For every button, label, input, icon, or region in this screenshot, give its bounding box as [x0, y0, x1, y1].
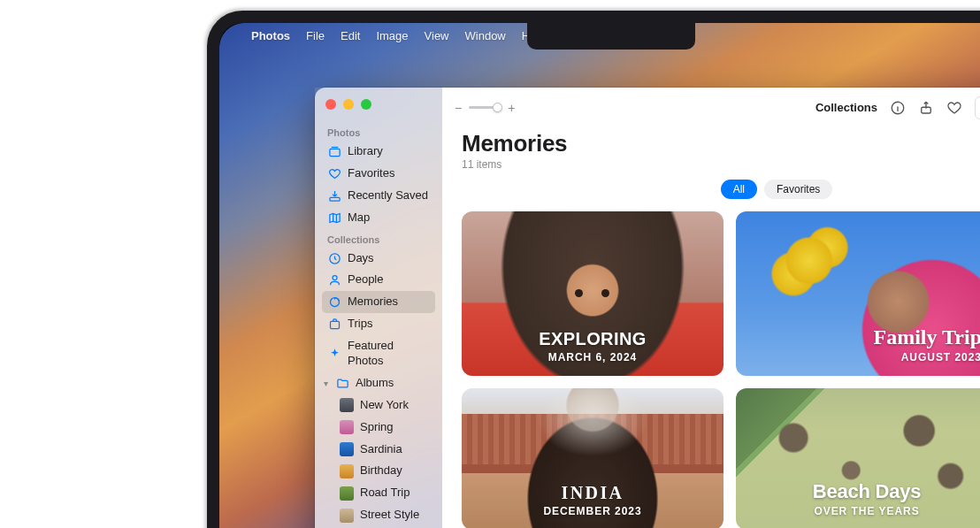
zoom-track[interactable] — [469, 106, 501, 109]
menubar-app-name[interactable]: Photos — [251, 29, 290, 42]
sidebar-item-library[interactable]: Library — [322, 141, 435, 163]
zoom-slider[interactable]: − + — [455, 101, 515, 115]
toolbar: − + Collections — [442, 88, 980, 128]
sidebar-label: Favorites — [348, 166, 394, 181]
sidebar-album-street-style[interactable]: Street Style — [322, 504, 435, 526]
memories-icon — [327, 295, 341, 310]
sidebar-item-albums[interactable]: ▾ Albums — [322, 372, 435, 394]
menubar-item-window[interactable]: Window — [465, 29, 506, 42]
sidebar-item-trips[interactable]: Trips — [322, 313, 435, 335]
sidebar-label: Library — [348, 144, 383, 159]
album-thumb-icon — [340, 486, 354, 501]
close-button[interactable] — [325, 99, 336, 110]
sidebar-label: Map — [348, 210, 370, 226]
app-window: Photos Library Favorites Recently Saved … — [315, 88, 980, 528]
toolbar-tab-collections[interactable]: Collections — [815, 101, 877, 114]
zoom-out-icon[interactable]: − — [455, 101, 462, 115]
sidebar-item-map[interactable]: Map — [322, 207, 435, 229]
minimize-button[interactable] — [343, 99, 354, 110]
sidebar: Photos Library Favorites Recently Saved … — [315, 88, 442, 528]
main-content: Memories 11 items All Favorites EXPLORIN… — [442, 128, 980, 528]
sparkle-icon — [327, 347, 341, 361]
memory-subtitle: OVER THE YEARS — [814, 505, 919, 517]
desktop-wallpaper: Photos File Edit Image View Window Help … — [219, 23, 980, 528]
sidebar-section-collections: Collections — [322, 229, 435, 248]
memory-card-beach-days[interactable]: Beach Days OVER THE YEARS — [736, 388, 980, 528]
memory-card-exploring[interactable]: EXPLORING MARCH 6, 2024 — [462, 211, 724, 376]
clock-icon — [327, 251, 341, 265]
info-icon[interactable] — [890, 100, 906, 116]
svg-rect-5 — [330, 322, 339, 329]
svg-rect-0 — [329, 149, 339, 156]
sidebar-label: Days — [348, 251, 374, 266]
album-thumb-icon — [340, 420, 354, 434]
sidebar-label: Street Style — [360, 508, 419, 523]
sidebar-label: Road Trip — [360, 486, 410, 501]
sidebar-section-photos: Photos — [322, 122, 435, 141]
map-icon — [327, 210, 341, 225]
memory-title: Family Trip — [874, 325, 980, 349]
sidebar-label: Spring — [360, 420, 394, 435]
sidebar-album-spring[interactable]: Spring — [322, 417, 435, 439]
person-icon — [327, 273, 341, 287]
heart-icon — [327, 166, 341, 180]
download-tray-icon — [327, 188, 341, 203]
sidebar-item-recently-saved[interactable]: Recently Saved — [322, 185, 435, 207]
filter-all[interactable]: All — [721, 180, 757, 199]
zoom-thumb[interactable] — [493, 103, 502, 112]
filter-favorites[interactable]: Favorites — [764, 180, 832, 199]
memory-title: INDIA — [562, 483, 624, 503]
sidebar-label: Recently Saved — [348, 188, 428, 203]
sidebar-item-memories[interactable]: Memories — [322, 291, 435, 313]
sidebar-album-sardinia[interactable]: Sardinia — [322, 439, 435, 461]
sidebar-item-featured-photos[interactable]: Featured Photos — [322, 335, 435, 372]
memory-card-india[interactable]: INDIA DECEMBER 2023 — [462, 388, 724, 528]
sidebar-album-new-york[interactable]: New York — [322, 394, 435, 417]
album-thumb-icon — [340, 442, 354, 456]
sidebar-album-birthday[interactable]: Birthday — [322, 460, 435, 482]
menubar-item-edit[interactable]: Edit — [341, 29, 360, 42]
search-field[interactable] — [975, 96, 980, 119]
memory-subtitle: MARCH 6, 2024 — [548, 351, 638, 363]
memory-card-family-trip[interactable]: Family Trip AUGUST 2023 — [736, 211, 980, 376]
suitcase-icon — [327, 318, 341, 332]
sidebar-label: Featured Photos — [348, 339, 430, 369]
memory-title: EXPLORING — [539, 329, 646, 349]
sidebar-item-days[interactable]: Days — [322, 248, 435, 270]
zoom-in-icon[interactable]: + — [508, 101, 515, 115]
folder-icon — [335, 376, 349, 390]
sidebar-label: Trips — [348, 317, 372, 332]
content-area: − + Collections Memories — [442, 88, 980, 528]
filter-bar: All Favorites — [462, 180, 980, 199]
sidebar-label: New York — [360, 398, 409, 413]
sidebar-item-people[interactable]: People — [322, 269, 435, 291]
fullscreen-button[interactable] — [361, 99, 371, 110]
album-thumb-icon — [340, 398, 354, 412]
device-frame: Photos File Edit Image View Window Help … — [207, 11, 980, 528]
sidebar-label: Birthday — [360, 463, 402, 478]
svg-point-3 — [333, 276, 337, 280]
chevron-down-icon[interactable]: ▾ — [324, 378, 333, 389]
share-icon[interactable] — [918, 100, 934, 116]
window-controls — [322, 96, 435, 122]
menubar-item-image[interactable]: Image — [376, 29, 408, 42]
item-count: 11 items — [462, 158, 980, 171]
favorite-heart-icon[interactable] — [946, 100, 962, 116]
memory-title: Beach Days — [813, 480, 922, 503]
sidebar-label: Sardinia — [360, 442, 402, 457]
memories-grid: EXPLORING MARCH 6, 2024 Family Trip AUGU… — [462, 211, 980, 528]
album-thumb-icon — [340, 464, 354, 478]
memory-subtitle: DECEMBER 2023 — [543, 505, 641, 517]
notch — [527, 23, 695, 50]
sidebar-item-favorites[interactable]: Favorites — [322, 163, 435, 185]
menubar-item-view[interactable]: View — [425, 29, 449, 42]
menubar-item-file[interactable]: File — [306, 29, 325, 42]
sidebar-label: Albums — [356, 376, 394, 391]
album-thumb-icon — [340, 509, 354, 523]
library-icon — [327, 144, 341, 158]
sidebar-album-road-trip[interactable]: Road Trip — [322, 482, 435, 504]
page-title: Memories — [462, 130, 980, 157]
sidebar-label: People — [348, 272, 383, 287]
memory-subtitle: AUGUST 2023 — [901, 351, 980, 363]
sidebar-label: Memories — [348, 295, 398, 310]
